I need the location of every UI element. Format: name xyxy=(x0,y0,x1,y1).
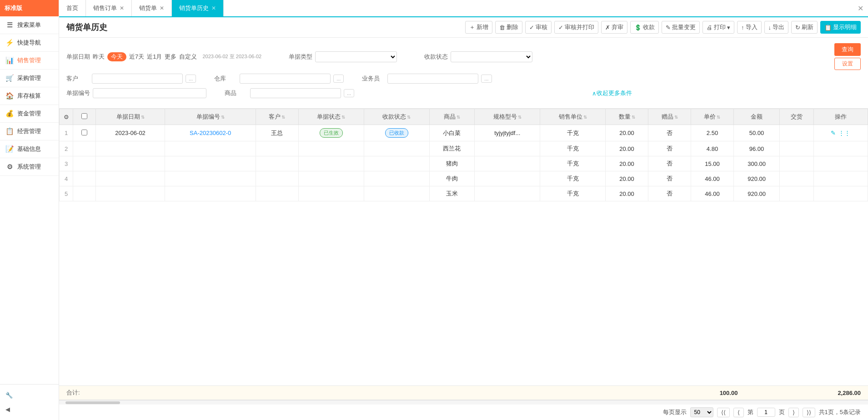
cell-doc-num[interactable] xyxy=(165,156,256,171)
batch-change-button[interactable]: ✎ 批量变更 xyxy=(662,21,700,34)
cell-checkbox[interactable] xyxy=(73,141,96,156)
page-prev-button[interactable]: ⟨ xyxy=(733,408,744,417)
tab-sales-history[interactable]: 销货单历史 ✕ xyxy=(172,0,224,16)
page-size-select[interactable]: 50 20 100 xyxy=(690,407,713,417)
shortcut-today[interactable]: 今天 xyxy=(107,52,126,61)
tab-home[interactable]: 首页 xyxy=(59,0,86,16)
show-details-button[interactable]: 📋 显示明细 xyxy=(820,21,861,34)
sidebar-item-sales-mgmt[interactable]: 📊 销售管理 xyxy=(0,52,59,70)
customer-ellipsis[interactable]: ... xyxy=(186,75,196,83)
sidebar-item-fund-mgmt[interactable]: 💰 资金管理 xyxy=(0,105,59,123)
cell-amount: 50.00 xyxy=(733,125,779,141)
query-button[interactable]: 查询 xyxy=(834,43,861,56)
more-action-icon[interactable]: ⋮⋮ xyxy=(838,130,850,136)
shortcut-7days[interactable]: 近7天 xyxy=(129,53,144,61)
batch-change-icon: ✎ xyxy=(666,24,671,31)
th-spec[interactable]: 规格型号⇅ xyxy=(475,109,540,125)
goods-ellipsis[interactable]: ... xyxy=(344,89,354,97)
select-all-checkbox[interactable] xyxy=(81,113,87,119)
sidebar-item-purchase-mgmt[interactable]: 🛒 采购管理 xyxy=(0,70,59,87)
cell-doc-num[interactable] xyxy=(165,186,256,201)
page-last-button[interactable]: ⟩⟩ xyxy=(803,408,815,417)
payment-status-select[interactable] xyxy=(451,51,532,62)
cell-unit-price: 4.80 xyxy=(691,141,733,156)
cell-gift: 否 xyxy=(648,186,691,201)
audit-print-button[interactable]: ✓ 审核并打印 xyxy=(554,21,598,34)
th-doc-num[interactable]: 单据编号⇅ xyxy=(165,109,256,125)
th-goods[interactable]: 商品⇅ xyxy=(429,109,475,125)
th-payment-status[interactable]: 收款状态⇅ xyxy=(364,109,429,125)
shortcut-custom[interactable]: 自定义 xyxy=(179,53,197,61)
tab-sales-order-label: 销售订单 xyxy=(93,4,117,12)
sidebar-item-base-info[interactable]: 📝 基础信息 xyxy=(0,140,59,158)
sidebar-item-sys-mgmt[interactable]: ⚙ 系统管理 xyxy=(0,158,59,176)
cell-doc-num[interactable] xyxy=(165,171,256,186)
date-shortcuts: 昨天 今天 近7天 近1月 更多 自定义 xyxy=(93,52,197,61)
cell-checkbox[interactable] xyxy=(73,171,96,186)
cell-checkbox[interactable] xyxy=(73,125,96,141)
page-first-button[interactable]: ⟨⟨ xyxy=(717,408,730,417)
th-unit-price[interactable]: 单价⇅ xyxy=(691,109,733,125)
cell-doc-status xyxy=(298,141,364,156)
refresh-button[interactable]: ↻ 刷新 xyxy=(791,21,818,34)
th-customer[interactable]: 客户⇅ xyxy=(256,109,298,125)
sidebar-bottom-settings[interactable]: 🔧 xyxy=(0,388,59,402)
row-checkbox[interactable] xyxy=(81,130,87,135)
th-doc-date[interactable]: 单据日期⇅ xyxy=(95,109,165,125)
goods-input[interactable] xyxy=(250,88,341,98)
edit-action-icon[interactable]: ✎ xyxy=(831,130,836,136)
sidebar-item-ops-mgmt[interactable]: 📋 经营管理 xyxy=(0,123,59,140)
abandon-button[interactable]: ✗ 弃审 xyxy=(601,21,627,34)
th-doc-status[interactable]: 单据状态⇅ xyxy=(298,109,364,125)
print-button[interactable]: 🖨 打印 ▾ xyxy=(702,21,734,34)
doc-type-select[interactable] xyxy=(315,51,397,62)
page-label-2: 页 xyxy=(779,408,785,416)
shortcut-yesterday[interactable]: 昨天 xyxy=(93,53,105,61)
sales-rep-ellipsis[interactable]: ... xyxy=(481,75,492,83)
th-gift[interactable]: 赠品⇅ xyxy=(648,109,691,125)
cell-checkbox[interactable] xyxy=(73,156,96,171)
export-button[interactable]: ↓ 导出 xyxy=(764,21,789,34)
delete-button[interactable]: 🗑 删除 xyxy=(495,21,522,34)
tab-sales-order[interactable]: 销售订单 ✕ xyxy=(86,0,132,16)
sidebar-item-inventory[interactable]: 🏠 库存核算 xyxy=(0,87,59,105)
cell-doc-date: 2023-06-02 xyxy=(95,125,165,141)
scrollbar-thumb[interactable] xyxy=(65,401,120,404)
cell-unit-price: 15.00 xyxy=(691,156,733,171)
tab-sales-shipment[interactable]: 销货单 ✕ xyxy=(132,0,172,16)
tab-sales-history-close[interactable]: ✕ xyxy=(211,5,216,11)
import-button[interactable]: ↑ 导入 xyxy=(737,21,762,34)
audit-button[interactable]: ✓ 审核 xyxy=(525,21,552,34)
th-checkbox[interactable] xyxy=(73,109,96,125)
sidebar-item-quick-nav[interactable]: ⚡ 快捷导航 xyxy=(0,34,59,52)
cell-doc-num[interactable]: SA-20230602-0 xyxy=(165,125,256,141)
page-input[interactable]: 1 xyxy=(757,408,775,417)
collapse-button[interactable]: ∧ 收起更多条件 xyxy=(590,87,634,99)
tab-bar-close[interactable]: ✕ xyxy=(853,4,868,13)
doc-num-input[interactable] xyxy=(93,88,206,98)
th-settings[interactable]: ⚙ xyxy=(60,109,73,125)
tab-sales-shipment-close[interactable]: ✕ xyxy=(160,5,164,11)
cell-checkbox[interactable] xyxy=(73,186,96,201)
print-icon: 🖨 xyxy=(707,24,712,31)
th-quantity[interactable]: 数量⇅ xyxy=(606,109,648,125)
sys-mgmt-icon: ⚙ xyxy=(5,163,14,171)
date-label: 单据日期 xyxy=(66,53,90,61)
cell-doc-num[interactable] xyxy=(165,141,256,156)
shortcut-more[interactable]: 更多 xyxy=(165,53,176,61)
collect-button[interactable]: 💲 收款 xyxy=(630,21,659,34)
sidebar-collapse[interactable]: ◀ xyxy=(0,402,59,416)
new-button[interactable]: ＋ 新增 xyxy=(465,21,492,34)
set-button[interactable]: 设置 xyxy=(834,58,861,70)
th-sales-unit[interactable]: 销售单位⇅ xyxy=(540,109,606,125)
page-next-button[interactable]: ⟩ xyxy=(788,408,799,417)
shortcut-1month[interactable]: 近1月 xyxy=(147,53,162,61)
cell-doc-date xyxy=(95,141,165,156)
purchase-mgmt-icon: 🛒 xyxy=(5,74,14,82)
warehouse-input[interactable] xyxy=(240,74,331,84)
customer-input[interactable] xyxy=(92,74,183,84)
warehouse-ellipsis[interactable]: ... xyxy=(333,75,344,83)
sales-rep-input[interactable] xyxy=(387,74,478,84)
tab-sales-order-close[interactable]: ✕ xyxy=(120,5,124,11)
sidebar-item-search-menu[interactable]: ☰ 搜索菜单 xyxy=(0,16,59,34)
